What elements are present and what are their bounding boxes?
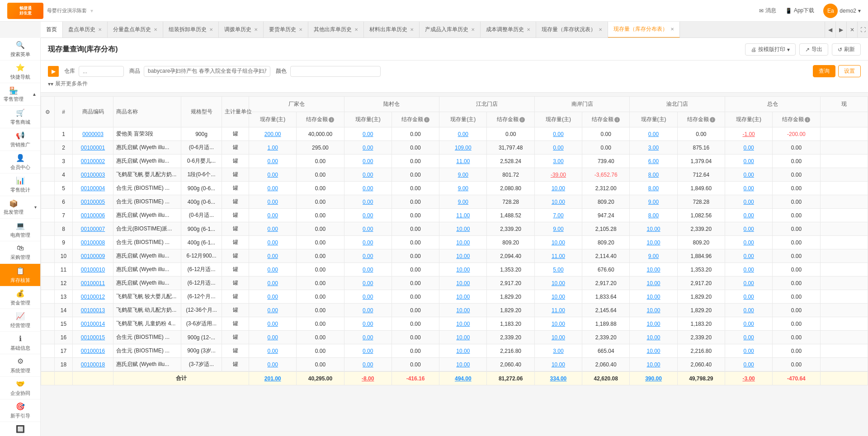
table-row: 1200100011惠氏启赋 (Wyeth illu...(6-12月适...罐… <box>41 277 868 290</box>
tab-home[interactable]: 首页 <box>41 22 63 38</box>
tab-chengbentiaoz[interactable]: 成本调整单历史 ✕ <box>481 22 536 38</box>
sidebar-item-shortcuts[interactable]: ⭐ 快捷导航 <box>0 61 40 83</box>
color-input[interactable] <box>290 66 381 77</box>
th-lucun-cang: 陆村仓 <box>344 97 439 112</box>
sidebar-item-members[interactable]: 👤 会员中心 <box>0 151 40 173</box>
th-unit: 主计量单位 <box>222 97 249 127</box>
sidebar-item-guide[interactable]: 🎯 新手引导 <box>0 399 40 422</box>
table-row: 800100007合生元(BIOSTIME)派...900g (6-1...罐0… <box>41 222 868 236</box>
th-zong-cang: 总仓 <box>725 97 820 112</box>
refresh-btn[interactable]: ↺ 刷新 <box>832 43 861 56</box>
goods-input[interactable] <box>144 66 270 77</box>
th-settings[interactable]: ⚙ <box>41 97 55 127</box>
tab-chanchengru[interactable]: 产成品入库单历史 ✕ <box>420 22 481 38</box>
top-bar: 畅捷通好生意 母婴行业演示陈套 ▾ ✉ 消息 📱 App下载 Ea demo2 … <box>0 0 868 22</box>
th-changjia-stock: 现存量(主) <box>249 112 297 127</box>
app-download-btn[interactable]: 📱 App下载 <box>785 7 814 14</box>
tab-pandian[interactable]: 盘点单历史 ✕ <box>63 22 108 38</box>
query-btn[interactable]: 查询 <box>813 65 835 77</box>
message-btn[interactable]: ✉ 消息 <box>759 7 776 14</box>
changjia-amount-info[interactable]: i <box>329 117 334 122</box>
tab-cailiaochuku[interactable]: 材料出库单历史 ✕ <box>364 22 420 38</box>
sidebar-item-retail-shop[interactable]: 🛒 零售商城 <box>0 106 40 128</box>
export-btn[interactable]: ↗ 导出 <box>799 43 828 56</box>
sidebar-item-ecommerce[interactable]: 💻 电商管理 <box>0 219 40 241</box>
table-row: 600100005合生元 (BIOSTIME) ...400g (0-6...罐… <box>41 195 868 209</box>
sidebar-item-purchase[interactable]: 🛍 采购管理 <box>0 241 40 264</box>
tab-nav-close-all[interactable]: ✕ <box>846 22 857 38</box>
tab-qitachuku[interactable]: 其他出库单历史 ✕ <box>308 22 364 38</box>
th-changjia-cang: 厂家仓 <box>249 97 344 112</box>
tab-nav-left[interactable]: ◀ <box>825 22 835 38</box>
filter-expand-btn[interactable]: ▶ <box>48 66 59 77</box>
avatar: Ea <box>823 4 838 18</box>
app-logo: 畅捷通好生意 <box>7 3 43 19</box>
th-zong-amount: 结存金额i <box>773 112 820 127</box>
sidebar-item-finance[interactable]: 💰 资金管理 <box>0 286 40 309</box>
sidebar-item-search[interactable]: 🔍 搜索英单 <box>0 38 40 61</box>
tab-chanchengru-close[interactable]: ✕ <box>471 27 475 32</box>
table-row: 1500100014飞鹤星飞帆 儿童奶粉 4...(3-6岁适用...罐0.00… <box>41 317 868 331</box>
th-yubei-dian: 渝北门店 <box>630 97 725 112</box>
tab-diaobodanls-close[interactable]: ✕ <box>254 27 258 32</box>
tab-diaobodanls[interactable]: 调拨单历史 ✕ <box>219 22 264 38</box>
table-row: 1000100009惠氏启赋 (Wyeth illu...6-12月900...… <box>41 249 868 263</box>
sidebar-item-marketing[interactable]: 📢 营销推广 <box>0 128 40 151</box>
settings-btn[interactable]: 设置 <box>838 65 861 77</box>
sidebar-item-retail-stats[interactable]: 📊 零售统计 <box>0 173 40 196</box>
th-spec: 规格型号 <box>181 97 222 127</box>
tab-cailiaochuku-close[interactable]: ✕ <box>410 27 414 32</box>
tab-fenpandian[interactable]: 分量盘点单历史 ✕ <box>108 22 163 38</box>
sidebar-item-wholesale[interactable]: 📦 批发管理 ▾ <box>0 196 40 219</box>
page-title: 现存量查询(库存分布) <box>48 45 118 54</box>
tab-xiancunliang-dist-close[interactable]: ✕ <box>670 27 674 32</box>
tab-yaohuo[interactable]: 要货单历史 ✕ <box>264 22 308 38</box>
tab-nav-right[interactable]: ▶ <box>835 22 846 38</box>
th-seq: # <box>55 97 73 127</box>
goods-label: 商品 <box>129 67 140 75</box>
nanan-amount-info[interactable]: i <box>614 117 620 122</box>
sidebar-item-basic-info[interactable]: ℹ 基础信息 <box>0 332 40 354</box>
tab-qitachuku-close[interactable]: ✕ <box>354 27 358 32</box>
yubei-amount-info[interactable]: i <box>710 117 715 122</box>
lucun-amount-info[interactable]: i <box>424 117 429 122</box>
sidebar-item-inventory[interactable]: 📋 库存核算 <box>0 264 40 286</box>
tab-chengbentiaoz-close[interactable]: ✕ <box>527 27 530 32</box>
refresh-icon: ↺ <box>838 47 842 53</box>
warehouse-input[interactable] <box>79 66 124 77</box>
export-icon: ↗ <box>805 47 810 53</box>
tab-xiancunliang-status[interactable]: 现存量（库存状况表） ✕ <box>536 22 608 38</box>
th-nanan-amount: 结存金额i <box>582 112 630 127</box>
sidebar-item-collaboration[interactable]: 🤝 企业协同 <box>0 377 40 399</box>
print-btn[interactable]: 🖨 按模版打印 ▾ <box>745 43 796 56</box>
expand-more-btn[interactable]: ▾▾ 展开更多条件 <box>48 80 861 88</box>
logo-area: 畅捷通好生意 母婴行业演示陈套 ▾ <box>7 3 93 19</box>
retail-arrow-icon: ▲ <box>32 92 37 97</box>
sidebar-item-retail-mgmt[interactable]: 🏪 零售管理 ▲ <box>0 83 40 106</box>
tab-xiancunliang-dist[interactable]: 现存量（库存分布表） ✕ <box>608 22 680 38</box>
tab-zuzhechexie-close[interactable]: ✕ <box>209 27 213 32</box>
subtitle-arrow: ▾ <box>90 8 93 14</box>
sidebar-item-system[interactable]: ⚙ 系统管理 <box>0 354 40 377</box>
tab-yaohuo-close[interactable]: ✕ <box>299 27 302 32</box>
inventory-icon: 📋 <box>16 267 25 275</box>
page-actions: 🖨 按模版打印 ▾ ↗ 导出 ↺ 刷新 <box>745 43 861 56</box>
ecommerce-icon: 💻 <box>16 221 25 230</box>
tab-pandian-close[interactable]: ✕ <box>98 27 102 32</box>
operations-icon: 📈 <box>16 312 25 320</box>
sidebar-item-apps[interactable]: 🔲 应用中心 <box>0 422 40 436</box>
tab-zuzhechexie[interactable]: 组装拆卸单历史 ✕ <box>163 22 219 38</box>
shortcuts-icon: ⭐ <box>16 63 25 72</box>
th-current-sub <box>820 112 868 127</box>
sidebar-item-operations[interactable]: 📈 经营管理 <box>0 309 40 332</box>
table-row: 200100001惠氏启赋 (Wyeth illu...(0-6月适...罐1.… <box>41 141 868 155</box>
tab-fenpandian-close[interactable]: ✕ <box>154 27 157 32</box>
tab-nav-maximize[interactable]: ⛶ <box>857 22 868 38</box>
retail-stats-icon: 📊 <box>16 176 25 185</box>
th-yubei-stock: 现存量(主) <box>630 112 677 127</box>
user-menu[interactable]: Ea demo2 ▾ <box>823 4 861 18</box>
table-body: 10000003爱他美 盲荣3段900g罐200.0040,000.000.00… <box>41 127 868 385</box>
tab-xiancunliang-status-close[interactable]: ✕ <box>599 27 602 32</box>
zong-amount-info[interactable]: i <box>805 117 810 122</box>
jiangbei-amount-info[interactable]: i <box>519 117 525 122</box>
